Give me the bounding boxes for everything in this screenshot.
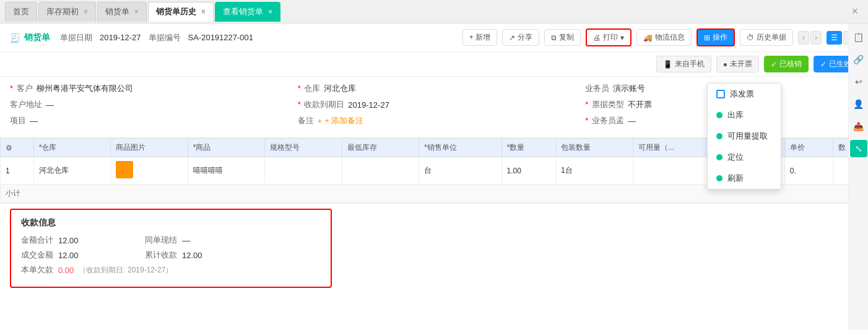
total-label: 金额合计 — [21, 235, 53, 246]
sidebar-icon-3[interactable]: ↩ — [850, 73, 867, 90]
tab-sales-history[interactable]: 销货单历史 × — [148, 2, 214, 22]
tab-sales-order-close[interactable]: × — [134, 7, 139, 16]
col-product: *商品 — [188, 139, 265, 157]
settlement-value: — — [182, 236, 190, 245]
tab-inventory-init-close[interactable]: × — [84, 7, 88, 16]
tab-inventory-init[interactable]: 库存期初 × — [38, 2, 96, 22]
row-qty: 1.00 — [501, 157, 555, 185]
dropdown-add-invoice[interactable]: 添发票 — [708, 84, 781, 105]
active-icon: ✓ — [820, 60, 827, 69]
tab-sales-order[interactable]: 销货单 × — [97, 2, 147, 22]
ops-icon: ⊞ — [704, 33, 710, 42]
history-icon: ⏱ — [747, 33, 754, 42]
sidebar-icon-4[interactable]: 👤 — [850, 95, 867, 113]
col-qty: *数量 — [501, 139, 555, 157]
locate-label: 定位 — [727, 152, 744, 163]
next-arrow[interactable]: › — [810, 31, 822, 45]
print-icon: 🖨 — [593, 33, 601, 42]
logistics-button[interactable]: 🚚 物流信息 — [636, 29, 692, 46]
no-label: 单据编号 — [149, 32, 181, 43]
warehouse-label: * 仓库 — [298, 83, 321, 94]
date-label: 单据日期 — [60, 32, 92, 43]
prev-arrow[interactable]: ‹ — [798, 31, 809, 45]
sidebar-icon-6[interactable]: ⤡ — [850, 140, 867, 157]
take-qty-label: 可用量提取 — [727, 131, 768, 142]
refresh-icon — [716, 175, 723, 181]
row-no: 1 — [1, 157, 34, 185]
confirm-icon: ✓ — [771, 60, 777, 69]
payment-row-3: 本单欠款 0.00 （收款到期日: 2019-12-27） — [21, 264, 321, 276]
window-close-button[interactable]: × — [846, 5, 863, 18]
note-label: 备注 — [298, 115, 314, 126]
copy-button[interactable]: ⧉ 复制 — [544, 29, 581, 46]
col-min-stock: 最低库存 — [342, 139, 419, 157]
row-price: 0. — [784, 157, 833, 185]
row-img — [111, 157, 188, 185]
tab-view-sales-label: 查看销货单 — [223, 6, 263, 17]
view-list-button[interactable]: ☰ — [827, 31, 842, 45]
col-settings[interactable]: ⚙ — [1, 139, 34, 157]
confirm-button[interactable]: ✓ 已核销 — [764, 56, 809, 72]
main-content: 🧾 销货单 单据日期 2019-12-27 单据编号 SA-20191227-0… — [0, 24, 868, 330]
confirm-label: 已核销 — [779, 59, 802, 69]
col-spec: 规格型号 — [265, 139, 342, 157]
tab-home-label: 首页 — [13, 6, 29, 17]
customer-label: * 客户 — [10, 83, 33, 94]
share-button[interactable]: ↗ 分享 — [502, 29, 539, 46]
total-field: 金额合计 12.00 — [21, 235, 120, 246]
due-date-required: * — [298, 100, 301, 109]
dropdown-out-stock[interactable]: 出库 — [708, 105, 781, 126]
take-qty-icon — [716, 133, 723, 139]
transaction-label: 成交金额 — [21, 250, 53, 261]
print-button[interactable]: 🖨 打印 ▾ — [586, 28, 631, 46]
dropdown-refresh[interactable]: 刷新 — [708, 168, 781, 189]
ops-button[interactable]: ⊞ 操作 — [697, 28, 735, 46]
project-label: 项目 — [10, 115, 26, 126]
settlement-field: 同单现结 — — [145, 235, 244, 246]
new-button[interactable]: + 新增 — [462, 29, 497, 46]
right-sidebar: 📋 🔗 ↩ 👤 📤 ⤡ — [848, 24, 868, 330]
history-button[interactable]: ⏱ 历史单据 — [740, 29, 793, 46]
not-open-button[interactable]: ● 未开票 — [716, 56, 759, 72]
warehouse-field: * 仓库 河北仓库 — [298, 83, 571, 94]
payment-section: 收款信息 金额合计 12.00 同单现结 — 成交金额 12.00 累计收款 1… — [10, 209, 332, 288]
sales-person-value: — — [628, 116, 636, 126]
col-warehouse: *仓库 — [33, 139, 111, 157]
customer-required: * — [10, 84, 13, 93]
sidebar-icon-1[interactable]: 📋 — [850, 28, 867, 46]
dropdown-locate[interactable]: 定位 — [708, 147, 781, 168]
product-image — [116, 161, 133, 178]
tab-sales-order-label: 销货单 — [105, 6, 129, 17]
row-spec — [265, 157, 342, 185]
sidebar-icon-5[interactable]: 📤 — [850, 118, 867, 135]
col-img: 商品图片 — [111, 139, 188, 157]
tab-view-sales[interactable]: 查看销货单 × — [215, 2, 280, 22]
row-product: 嘻嘻嘻嘻 — [188, 157, 265, 185]
add-note-label: + 添加备注 — [324, 115, 363, 126]
from-phone-button[interactable]: 📱 来自手机 — [656, 56, 711, 72]
doc-header: 🧾 销货单 单据日期 2019-12-27 单据编号 SA-20191227-0… — [0, 24, 868, 52]
date-value: 2019-12-27 — [100, 33, 141, 42]
customer-value: 柳州粤港平安气体有限公司 — [37, 83, 133, 94]
row-warehouse: 河北仓库 — [33, 157, 111, 185]
due-date-field: * 收款到期日 2019-12-27 — [298, 99, 571, 110]
project-field: 项目 — — [10, 115, 283, 126]
staff-label: 业务员 — [585, 83, 609, 94]
logistics-label: 物流信息 — [655, 32, 685, 43]
due-hint: （收款到期日: 2019-12-27） — [79, 265, 173, 276]
due-date-value: 2019-12-27 — [348, 100, 389, 110]
doc-title-area: 🧾 销货单 — [10, 32, 50, 43]
ticket-type-value: 不开票 — [628, 99, 652, 110]
tab-bar: 首页 库存期初 × 销货单 × 销货单历史 × 查看销货单 × × — [0, 0, 868, 24]
add-note-button[interactable]: + + 添加备注 — [318, 115, 364, 126]
tab-home[interactable]: 首页 — [5, 2, 37, 22]
tab-sales-history-close[interactable]: × — [201, 7, 206, 16]
out-stock-label: 出库 — [727, 110, 744, 121]
tab-view-sales-close[interactable]: × — [268, 7, 272, 16]
col-pkg-qty: 包装数量 — [556, 139, 633, 157]
toolbar: + 新增 ↗ 分享 ⧉ 复制 🖨 打印 ▾ 🚚 物流信息 ⊞ 操作 — [462, 28, 858, 46]
share-label: 分享 — [518, 32, 532, 43]
sidebar-icon-2[interactable]: 🔗 — [850, 51, 867, 68]
nav-arrows: ‹ › — [798, 31, 822, 45]
dropdown-take-qty[interactable]: 可用量提取 — [708, 126, 781, 147]
